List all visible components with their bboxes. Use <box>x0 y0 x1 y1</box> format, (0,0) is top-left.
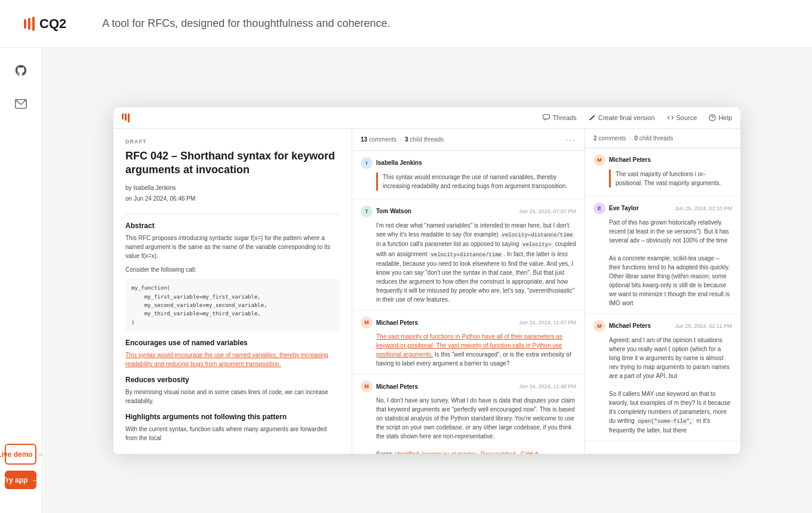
thread-body: This syntax would encourage the use of n… <box>361 173 576 191</box>
doc-meta: by Isabella Jenkins on Jun 24 2024, 06:4… <box>125 183 340 204</box>
section1-title: Encourages use of named variables <box>125 339 340 347</box>
thread-body: The vast majority of functions in Python… <box>361 332 576 368</box>
app-bar-3 <box>128 113 130 122</box>
highlighted-text: The vast majority of functions in Python… <box>376 333 562 358</box>
on-label: on <box>125 195 132 202</box>
app-bar-2 <box>125 113 127 121</box>
thread-author-name: Isabella Jenkins <box>376 159 422 166</box>
thread-item: M Michael Peters The vast majority of fu… <box>585 148 740 196</box>
threads-header: 13 comments · 3 child threads ··· <box>352 129 585 151</box>
thread-date: Jun 25, 2024, 02:10 PM <box>675 205 732 211</box>
logo-bar-3 <box>32 17 35 31</box>
child-threads-label: child threads <box>410 136 444 143</box>
right-meta: 2 comments · 0 child threads <box>593 135 673 142</box>
logo-bars-icon <box>24 17 35 31</box>
logo-bar-1 <box>24 19 26 29</box>
right-panel: 2 comments · 0 child threads M Michael P… <box>585 129 740 454</box>
child-threads-count: 3 <box>405 136 408 143</box>
consider-label: Consider the following call: <box>125 265 340 274</box>
sidebar-buttons: Live demo → Try app → <box>0 444 41 501</box>
thread-quote: This syntax would encourage the use of n… <box>376 173 576 191</box>
thread-quote: The vast majority of functions i or-posi… <box>609 170 732 188</box>
right-comments-count: 2 <box>593 135 597 142</box>
topbar-help-label: Help <box>718 114 732 121</box>
logo: CQ2 <box>24 16 66 32</box>
abstract-text: This RFC proposes introducing syntactic … <box>125 234 340 260</box>
doc-author: Isabella Jenkins <box>133 185 176 191</box>
right-child-count: 0 <box>634 135 638 142</box>
threads-more-button[interactable]: ··· <box>565 135 576 145</box>
code-block: my_function( my_first_variable=my_first_… <box>125 279 340 331</box>
doc-date: Jun 24 2024, 06:46 PM <box>134 195 195 202</box>
by-label: by <box>125 185 132 191</box>
thread-author-row: T Tom Watson Jun 24, 2024, 07:07 PM <box>361 205 576 217</box>
thread-item: M Michael Peters Jun 25, 2024, 02:11 PM … <box>585 314 740 442</box>
script-link[interactable]: shed/find_kwargs.py at master · Rosuav/s… <box>395 451 539 454</box>
topbar-create-final-label: Create final version <box>598 114 655 121</box>
app-logo-bars-small-icon <box>122 113 130 122</box>
section2-title: Reduces verbosity <box>125 376 340 384</box>
code-block-text: my_function( my_first_variable=my_first_… <box>131 284 334 327</box>
thread-author-row: M Michael Peters Jun 24, 2024, 11:07 PM <box>361 317 576 328</box>
thread-item: E Eve Taylor Jun 25, 2024, 02:10 PM Part… <box>585 196 740 314</box>
section1-text: This syntax would encourage the use of n… <box>125 351 340 368</box>
thread-item: I Isabella Jenkins This syntax would enc… <box>352 151 585 199</box>
topbar-threads[interactable]: Threads <box>543 114 576 121</box>
comments-count: 13 <box>361 136 367 143</box>
app-bar-1 <box>122 113 124 119</box>
thread-author-name: Tom Watson <box>376 208 411 214</box>
thread-body: The vast majority of functions i or-posi… <box>593 170 732 188</box>
github-icon[interactable] <box>10 60 32 81</box>
thread-author-name: Michael Peters <box>376 383 418 390</box>
logo-text: CQ2 <box>39 16 66 32</box>
topbar-source-label: Source <box>676 114 697 121</box>
thread-author-name: Michael Peters <box>609 156 651 163</box>
thread-author-name: Michael Peters <box>376 320 418 326</box>
section1-highlighted[interactable]: This syntax would encourage the use of n… <box>125 352 328 367</box>
avatar: T <box>361 205 373 217</box>
live-demo-button[interactable]: Live demo → <box>5 444 36 465</box>
thread-author-row: M Michael Peters <box>593 154 732 166</box>
avatar: I <box>361 157 373 169</box>
tagline: A tool for RFCs, designed for thoughtful… <box>102 17 390 30</box>
code-snippet: open("some-file", <box>636 418 695 425</box>
logo-bar-2 <box>28 18 30 30</box>
thread-date: Jun 24, 2024, 11:07 PM <box>519 320 576 325</box>
code-snippet: velocity= <box>521 241 553 248</box>
avatar: M <box>361 380 373 392</box>
mail-icon[interactable] <box>10 93 32 115</box>
thread-body: No, I don't have any survey. What I do h… <box>361 396 576 454</box>
topbar-threads-label: Threads <box>552 114 576 121</box>
avatar: E <box>593 202 605 214</box>
thread-date: Jun 25, 2024, 02:11 PM <box>675 323 732 329</box>
thread-author-row: M Michael Peters Jun 25, 2024, 02:11 PM <box>593 320 732 332</box>
right-child-label: child threads <box>639 135 673 142</box>
thread-body: Part of this has grown historically rela… <box>593 218 732 308</box>
thread-author-row: E Eve Taylor Jun 25, 2024, 02:10 PM <box>593 202 732 214</box>
right-comments-label: comments <box>598 135 626 142</box>
avatar: M <box>593 154 605 166</box>
section3-text: With the current syntax, function calls … <box>125 425 340 443</box>
thread-item: M Michael Peters Jun 24, 2024, 11:07 PM … <box>352 311 585 374</box>
thread-date: Jun 24, 2024, 07:07 PM <box>519 208 576 214</box>
topbar-help[interactable]: Help <box>709 114 732 121</box>
try-app-arrow-icon: → <box>31 475 39 484</box>
sidebar: Live demo → Try app → <box>0 48 42 513</box>
abstract-title: Abstract <box>125 222 340 230</box>
topbar-source[interactable]: Source <box>667 114 697 121</box>
comments-label: comments <box>369 136 396 143</box>
app-body: DRAFT RFC 042 – Shorthand syntax for key… <box>113 129 740 454</box>
avatar: M <box>593 320 605 332</box>
app-logo-small <box>122 113 130 122</box>
try-app-button[interactable]: Try app → <box>5 471 36 489</box>
thread-body: Agreed; and I am of the opinion t situat… <box>593 336 732 435</box>
thread-body: I'm not clear what "named variables" is … <box>361 221 576 305</box>
threads-panel: 13 comments · 3 child threads ··· I Isab… <box>352 129 585 454</box>
thread-author-row: M Michael Peters Jun 24, 2024, 11:48 PM <box>361 380 576 392</box>
code-snippet: velocity=distance/time <box>500 232 575 239</box>
topbar-create-final[interactable]: Create final version <box>589 114 655 121</box>
thread-item: M Michael Peters Jun 24, 2024, 11:48 PM … <box>352 374 585 454</box>
thread-date: Jun 24, 2024, 11:48 PM <box>519 383 576 389</box>
section3-title: Highlights arguments not following this … <box>125 413 340 421</box>
main: Live demo → Try app → <box>0 48 812 513</box>
